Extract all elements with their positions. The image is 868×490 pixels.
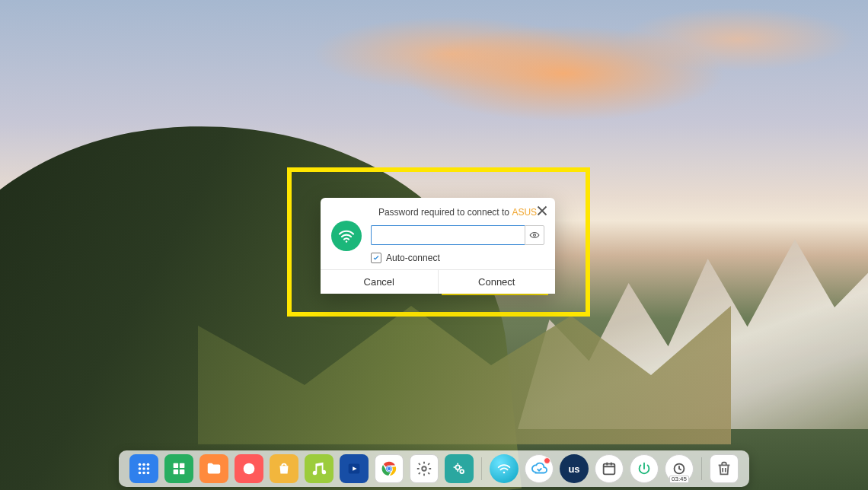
svg-point-5 <box>139 467 142 470</box>
svg-point-22 <box>455 465 460 469</box>
tray-datetime-icon[interactable] <box>595 454 624 483</box>
multitask-icon[interactable] <box>164 454 193 483</box>
svg-point-4 <box>147 463 150 466</box>
dock: us 03:45 <box>119 450 749 487</box>
tray-power-icon[interactable] <box>630 454 659 483</box>
svg-point-0 <box>346 240 347 242</box>
dock-separator-2 <box>701 457 702 480</box>
svg-point-20 <box>388 467 391 470</box>
auto-connect-checkbox[interactable] <box>371 253 381 263</box>
auto-connect-row[interactable]: Auto-connect <box>371 253 544 263</box>
svg-point-10 <box>147 472 150 475</box>
dialog-title-prefix: Password required to connect to <box>378 207 512 218</box>
file-manager-icon[interactable] <box>199 454 228 483</box>
svg-point-3 <box>142 463 145 466</box>
svg-point-7 <box>147 467 150 470</box>
tray-clock-icon[interactable]: 03:45 <box>665 454 694 483</box>
svg-point-1 <box>534 234 536 237</box>
clock-small-label: 03:45 <box>669 476 689 483</box>
svg-rect-25 <box>604 464 615 475</box>
svg-point-24 <box>503 472 506 474</box>
wifi-password-dialog: Password required to connect to ASUS Aut… <box>321 198 555 294</box>
wifi-icon <box>331 221 362 251</box>
app-store-icon[interactable] <box>235 454 263 483</box>
show-password-button[interactable] <box>525 225 544 245</box>
dock-separator <box>481 457 482 480</box>
tray-network-icon[interactable] <box>490 454 519 483</box>
svg-point-21 <box>422 466 426 471</box>
svg-point-8 <box>139 472 142 475</box>
settings-icon[interactable] <box>410 454 439 483</box>
svg-rect-14 <box>180 469 184 474</box>
keyboard-layout-label: us <box>568 463 579 475</box>
system-settings-icon[interactable] <box>445 454 474 483</box>
tray-keyboard-layout[interactable]: us <box>560 454 589 483</box>
svg-rect-13 <box>174 469 178 474</box>
password-input[interactable] <box>371 225 525 245</box>
svg-rect-12 <box>180 463 184 468</box>
video-icon[interactable] <box>340 454 369 483</box>
close-button[interactable] <box>534 202 550 219</box>
svg-point-6 <box>142 467 145 470</box>
music-icon[interactable] <box>305 454 333 483</box>
svg-point-2 <box>139 463 142 466</box>
trash-icon[interactable] <box>710 454 739 483</box>
svg-rect-11 <box>174 463 178 468</box>
eye-icon <box>529 230 540 240</box>
dialog-title: Password required to connect to ASUS <box>371 207 544 218</box>
svg-point-23 <box>460 469 464 473</box>
cancel-button[interactable]: Cancel <box>321 270 438 294</box>
check-icon <box>372 254 380 262</box>
chrome-icon[interactable] <box>375 454 404 483</box>
auto-connect-label: Auto-connect <box>386 253 440 263</box>
store-icon[interactable] <box>270 454 298 483</box>
tray-cloud-sync-icon[interactable] <box>525 454 554 483</box>
launcher-icon[interactable] <box>129 454 158 483</box>
svg-point-9 <box>142 472 145 475</box>
connect-button[interactable]: Connect <box>438 270 556 294</box>
close-icon <box>534 202 550 219</box>
svg-point-15 <box>244 463 255 475</box>
